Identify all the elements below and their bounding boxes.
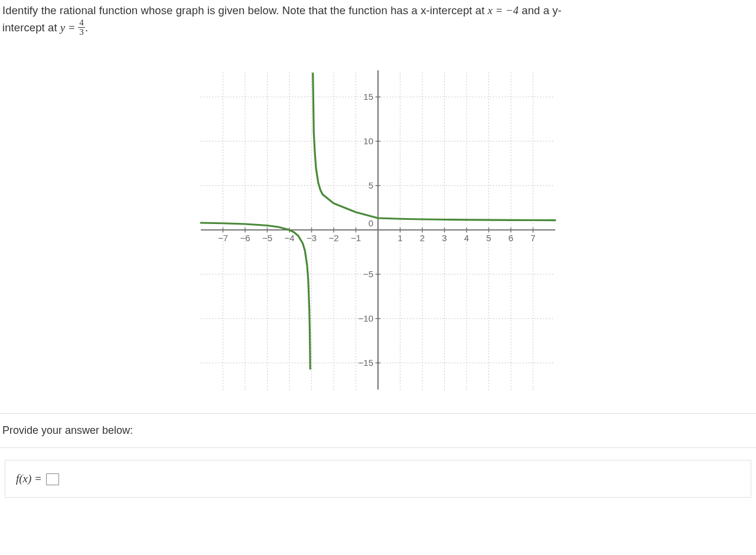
svg-text:−15: −15 (359, 358, 373, 368)
fraction-numerator: 4 (78, 18, 85, 28)
svg-text:−10: −10 (359, 313, 373, 323)
fraction-denominator: 3 (78, 28, 85, 37)
svg-text:1: 1 (397, 233, 402, 243)
chart-area: −7−6−5−4−3−2−101234567−15−10−551015 (0, 64, 756, 395)
svg-text:−5: −5 (262, 233, 272, 243)
svg-text:−1: −1 (351, 233, 361, 243)
answer-row: f(x) = (5, 460, 751, 498)
answer-label: f(x) = (16, 472, 45, 485)
y-intercept-fraction: 43 (78, 18, 85, 37)
svg-text:5: 5 (486, 233, 491, 243)
svg-text:4: 4 (464, 233, 469, 243)
rational-function-graph: −7−6−5−4−3−2−101234567−15−10−551015 (195, 64, 561, 395)
svg-text:15: 15 (363, 92, 373, 102)
svg-text:−3: −3 (307, 233, 317, 243)
x-intercept-value: x = −4 (488, 5, 519, 17)
question-part-2: and a y- (519, 4, 562, 17)
divider-bottom (0, 447, 756, 448)
answer-prompt: Provide your answer below: (0, 414, 756, 447)
question-text: Identify the rational function whose gra… (2, 2, 754, 38)
svg-text:−7: −7 (218, 233, 228, 243)
svg-text:0: 0 (369, 218, 373, 228)
question-container: Identify the rational function whose gra… (0, 0, 756, 38)
svg-text:7: 7 (530, 233, 535, 243)
svg-text:2: 2 (420, 233, 425, 243)
svg-text:5: 5 (369, 180, 373, 190)
svg-text:6: 6 (509, 233, 513, 243)
svg-text:3: 3 (442, 233, 447, 243)
answer-input[interactable] (46, 473, 59, 485)
question-part-1: Identify the rational function whose gra… (2, 4, 488, 17)
question-part-3: intercept at (2, 21, 60, 34)
y-eq-lhs: y = (60, 22, 78, 34)
svg-text:−5: −5 (363, 269, 373, 279)
question-part-4: . (85, 21, 88, 34)
svg-text:−2: −2 (328, 233, 338, 243)
svg-text:−6: −6 (240, 233, 250, 243)
svg-text:10: 10 (363, 136, 373, 146)
svg-text:−4: −4 (284, 233, 294, 243)
